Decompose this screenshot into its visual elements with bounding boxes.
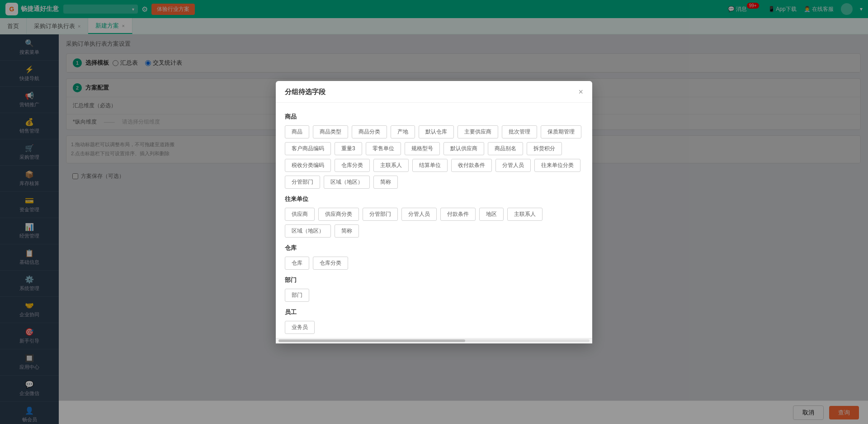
field-tag-product[interactable]: 商品 (285, 125, 309, 138)
field-tag-payment-condition[interactable]: 付款条件 (440, 208, 476, 221)
modal-close-button[interactable]: × (578, 87, 583, 97)
field-tag-customer-code[interactable]: 客户商品编码 (285, 142, 331, 155)
field-tag-warehouse-cat[interactable]: 仓库分类 (313, 257, 348, 270)
field-tag-partner-abbr[interactable]: 简称 (335, 224, 359, 238)
field-tag-supplier[interactable]: 供应商 (285, 208, 315, 221)
section-employee-title: 员工 (285, 308, 583, 316)
section-employee-tags: 业务员 (285, 321, 583, 334)
section-warehouse: 仓库 仓库 仓库分类 (285, 244, 583, 270)
section-product: 商品 商品 商品类型 商品分类 产地 默认仓库 主要供应商 批次管理 保质期管理… (285, 113, 583, 189)
field-tag-partner-supervisor[interactable]: 分管人员 (401, 208, 437, 221)
field-tag-default-supplier[interactable]: 默认供应商 (443, 142, 484, 155)
modal-title: 分组待选字段 (285, 88, 326, 96)
modal-hscrollbar[interactable] (276, 338, 592, 343)
field-tag-partner-category[interactable]: 往来单位分类 (534, 159, 580, 172)
section-product-title: 商品 (285, 113, 583, 121)
modal-overlay: 分组待选字段 × 商品 商品 商品类型 商品分类 产地 默认仓库 主要供应商 批… (0, 0, 868, 424)
section-dept-title: 部门 (285, 276, 583, 284)
field-tag-retail-unit[interactable]: 零售单位 (366, 142, 401, 155)
section-warehouse-tags: 仓库 仓库分类 (285, 257, 583, 270)
field-tag-settlement-unit[interactable]: 结算单位 (412, 159, 448, 172)
field-tag-product-alias[interactable]: 商品别名 (488, 142, 523, 155)
section-warehouse-title: 仓库 (285, 244, 583, 252)
section-employee: 员工 业务员 (285, 308, 583, 334)
field-tag-expiry-mgmt[interactable]: 保质期管理 (541, 125, 581, 138)
section-partner: 往来单位 供应商 供应商分类 分管部门 分管人员 付款条件 地区 主联系人 区域… (285, 195, 583, 238)
field-tag-main-contact[interactable]: 主联系人 (373, 159, 409, 172)
field-tag-salesperson[interactable]: 业务员 (285, 321, 315, 334)
field-tag-region[interactable]: 区域（地区） (324, 176, 370, 189)
section-partner-tags: 供应商 供应商分类 分管部门 分管人员 付款条件 地区 主联系人 区域（地区） … (285, 208, 583, 238)
field-tag-warehouse[interactable]: 仓库 (285, 257, 309, 270)
field-tag-main-supplier[interactable]: 主要供应商 (458, 125, 498, 138)
field-tag-supplier-category[interactable]: 供应商分类 (318, 208, 359, 221)
field-tag-department[interactable]: 部门 (285, 289, 309, 302)
field-tag-payment-terms[interactable]: 收付款条件 (451, 159, 492, 172)
modal-header: 分组待选字段 × (276, 81, 592, 103)
hscroll-thumb (278, 339, 465, 342)
field-tag-spec-model[interactable]: 规格型号 (405, 142, 440, 155)
field-tag-partner-region[interactable]: 区域（地区） (285, 224, 331, 238)
field-tag-weight3[interactable]: 重量3 (335, 142, 362, 155)
hscroll-track (278, 339, 590, 342)
field-selector-modal: 分组待选字段 × 商品 商品 商品类型 商品分类 产地 默认仓库 主要供应商 批… (276, 81, 592, 343)
section-partner-title: 往来单位 (285, 195, 583, 203)
section-department: 部门 部门 (285, 276, 583, 302)
field-tag-warehouse-category[interactable]: 仓库分类 (335, 159, 370, 172)
field-tag-partner-contact[interactable]: 主联系人 (507, 208, 542, 221)
field-tag-tax-code[interactable]: 税收分类编码 (285, 159, 331, 172)
field-tag-abbr[interactable]: 简称 (373, 176, 398, 189)
field-tag-origin[interactable]: 产地 (391, 125, 415, 138)
field-tag-partner-dept[interactable]: 分管部门 (363, 208, 398, 221)
field-tag-split-points[interactable]: 拆货积分 (527, 142, 562, 155)
section-dept-tags: 部门 (285, 289, 583, 302)
field-tag-product-category[interactable]: 商品分类 (352, 125, 387, 138)
field-tag-dept[interactable]: 分管部门 (285, 176, 320, 189)
field-tag-product-type[interactable]: 商品类型 (313, 125, 348, 138)
field-tag-default-warehouse[interactable]: 默认仓库 (419, 125, 454, 138)
field-tag-district[interactable]: 地区 (479, 208, 504, 221)
section-product-tags: 商品 商品类型 商品分类 产地 默认仓库 主要供应商 批次管理 保质期管理 客户… (285, 125, 583, 189)
field-tag-supervisor[interactable]: 分管人员 (495, 159, 531, 172)
modal-body[interactable]: 商品 商品 商品类型 商品分类 产地 默认仓库 主要供应商 批次管理 保质期管理… (276, 103, 592, 338)
field-tag-batch-mgmt[interactable]: 批次管理 (502, 125, 537, 138)
